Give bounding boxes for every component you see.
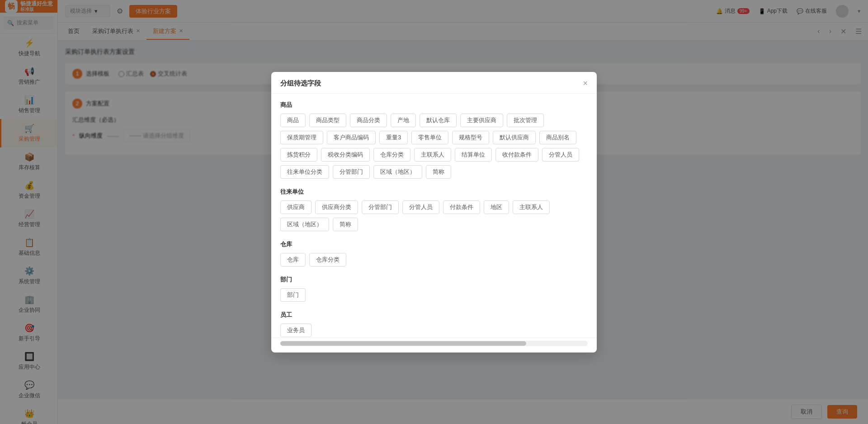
modal-body: 商品商品商品类型商品分类产地默认仓库主要供应商批次管理保质期管理客户商品编码重量… [271,94,597,338]
field-tags-warehouse: 仓库仓库分类 [280,253,588,267]
field-tag[interactable]: 区域（地区） [280,218,329,231]
field-group-partner: 往来单位供应商供应商分类分管部门分管人员付款条件地区主联系人区域（地区）简称 [280,188,588,231]
field-group-title-employee: 员工 [280,311,588,319]
field-tag[interactable]: 结算单位 [455,148,492,162]
field-tag[interactable]: 仓库分类 [309,253,346,267]
field-tag[interactable]: 税收分类编码 [321,148,370,162]
field-tag[interactable]: 付款条件 [443,200,480,214]
field-tag[interactable]: 业务员 [280,324,311,337]
field-tag[interactable]: 分管部门 [362,200,399,214]
field-tag[interactable]: 分管部门 [333,165,370,179]
field-tags-employee: 业务员 [280,324,588,337]
field-tag[interactable]: 简称 [333,218,358,231]
field-group-title-partner: 往来单位 [280,188,588,196]
field-group-employee: 员工业务员 [280,311,588,337]
field-tag[interactable]: 分管人员 [402,200,439,214]
field-group-department: 部门部门 [280,276,588,302]
field-tag[interactable]: 批次管理 [507,114,544,127]
field-tag[interactable]: 默认仓库 [420,114,457,127]
field-tag[interactable]: 拣货积分 [280,148,317,162]
field-tag[interactable]: 仓库 [280,253,306,267]
field-tag[interactable]: 部门 [280,288,306,302]
field-tag[interactable]: 规格型号 [452,131,489,144]
field-group-product: 商品商品商品类型商品分类产地默认仓库主要供应商批次管理保质期管理客户商品编码重量… [280,101,588,179]
field-group-title-product: 商品 [280,101,588,109]
field-group-title-department: 部门 [280,276,588,284]
field-tag[interactable]: 重量3 [379,131,408,144]
field-tag[interactable]: 主要供应商 [460,114,503,127]
modal-header: 分组待选字段 × [271,72,597,94]
field-select-modal: 分组待选字段 × 商品商品商品类型商品分类产地默认仓库主要供应商批次管理保质期管… [271,72,597,353]
scrollbar-thumb [280,341,526,346]
field-tag[interactable]: 简称 [426,165,451,179]
field-tag[interactable]: 商品 [280,114,306,127]
field-tags-product: 商品商品类型商品分类产地默认仓库主要供应商批次管理保质期管理客户商品编码重量3零… [280,114,588,179]
field-tag[interactable]: 零售单位 [411,131,448,144]
field-tag[interactable]: 地区 [484,200,509,214]
field-tag[interactable]: 商品类型 [309,114,346,127]
horizontal-scrollbar[interactable] [280,341,588,346]
field-tag[interactable]: 收付款条件 [495,148,538,162]
modal-title: 分组待选字段 [280,79,321,88]
modal-scrollbar [271,338,597,353]
field-tag[interactable]: 仓库分类 [373,148,410,162]
modal-overlay: 分组待选字段 × 商品商品商品类型商品分类产地默认仓库主要供应商批次管理保质期管… [0,0,868,424]
field-tag[interactable]: 供应商分类 [315,200,358,214]
field-tag[interactable]: 客户商品编码 [327,131,376,144]
field-tag[interactable]: 主联系人 [513,200,550,214]
field-tags-partner: 供应商供应商分类分管部门分管人员付款条件地区主联系人区域（地区）简称 [280,200,588,231]
field-tag[interactable]: 供应商 [280,200,311,214]
field-tag[interactable]: 主联系人 [414,148,451,162]
field-tags-department: 部门 [280,288,588,302]
field-group-warehouse: 仓库仓库仓库分类 [280,240,588,267]
field-tag[interactable]: 保质期管理 [280,131,323,144]
field-tag[interactable]: 产地 [391,114,416,127]
field-group-title-warehouse: 仓库 [280,240,588,248]
modal-close-button[interactable]: × [583,79,588,87]
field-tag[interactable]: 往来单位分类 [280,165,329,179]
field-tag[interactable]: 商品分类 [350,114,387,127]
field-tag[interactable]: 商品别名 [539,131,576,144]
field-tag[interactable]: 区域（地区） [373,165,422,179]
field-tag[interactable]: 默认供应商 [493,131,536,144]
field-tag[interactable]: 分管人员 [542,148,579,162]
